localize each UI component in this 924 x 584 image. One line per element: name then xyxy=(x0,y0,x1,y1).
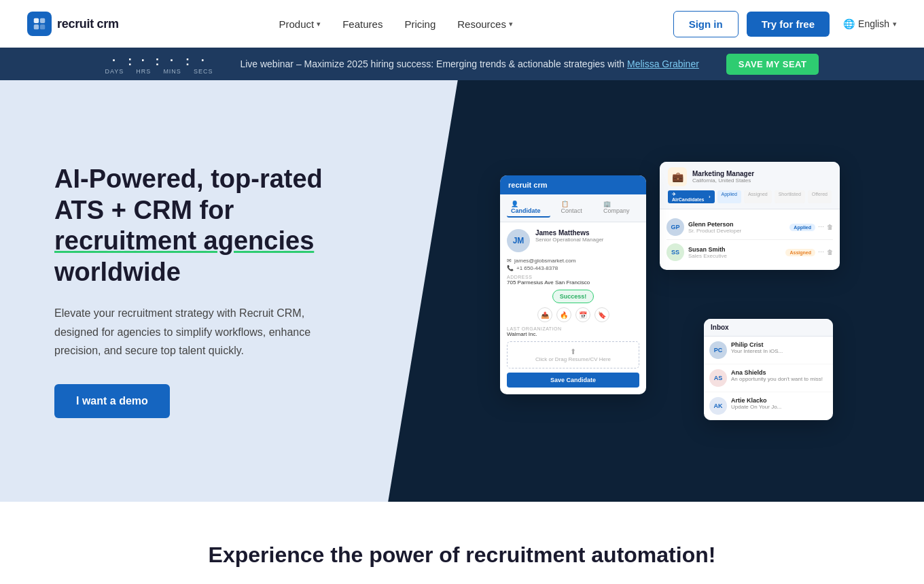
hero-title: AI-Powered, top-rated ATS + CRM for recr… xyxy=(54,164,389,288)
nav-product[interactable]: Product ▾ xyxy=(279,18,321,30)
mock-address: 705 Parmesius Ave San Francisco xyxy=(507,279,639,286)
demo-button[interactable]: I want a demo xyxy=(54,384,170,418)
countdown-days: · DAYS xyxy=(105,54,124,75)
inbox-avatar-2: AS xyxy=(709,369,727,387)
pipeline-row-2: SS Susan Smith Sales Executive Assigned … xyxy=(667,240,833,264)
inbox-sender-3: Artie Klacko xyxy=(731,397,781,404)
chevron-down-icon: ▾ xyxy=(317,20,321,29)
mock-tab-contact[interactable]: 📋 Contact xyxy=(557,199,592,218)
mock-icon-upload[interactable]: 📤 xyxy=(537,307,552,322)
inbox-sender-1: Philip Crist xyxy=(731,341,783,348)
logo-text: recruit crm xyxy=(57,17,119,31)
pipeline-stage-badge: ✈ AirCandidates › xyxy=(668,190,715,203)
inbox-preview-1: Your Interest In iOS... xyxy=(731,348,783,355)
pipeline-row-1: GP Glenn Peterson Sr. Product Developer … xyxy=(667,215,833,240)
mock-app-header: recruit crm xyxy=(500,175,646,194)
hero-left: AI-Powered, top-rated ATS + CRM for recr… xyxy=(0,80,416,502)
inbox-preview-2: An opportunity you don't want to miss! xyxy=(731,376,823,383)
bottom-section: Experience the power of recruitment auto… xyxy=(0,502,924,584)
navbar: recruit crm Product ▾ Features Pricing R… xyxy=(0,0,924,48)
inbox-row-1[interactable]: PC Philip Crist Your Interest In iOS... xyxy=(704,337,833,364)
svg-rect-0 xyxy=(34,18,39,23)
nav-menu: Product ▾ Features Pricing Resources ▾ xyxy=(279,18,512,30)
pipeline-card-mockup: 💼 Marketing Manager California, United S… xyxy=(660,162,840,270)
pipeline-location: California, United States xyxy=(692,177,754,184)
countdown-timer: · DAYS : · HRS : · MINS : · SECS xyxy=(105,54,213,75)
inbox-header: Inbox xyxy=(704,319,833,337)
nav-features[interactable]: Features xyxy=(342,18,383,30)
nav-pricing[interactable]: Pricing xyxy=(404,18,436,30)
chevron-down-icon: ▾ xyxy=(509,20,513,29)
pipeline-name-1: Glenn Peterson xyxy=(688,221,741,228)
pipeline-job-title: Marketing Manager xyxy=(692,170,754,177)
speaker-link[interactable]: Melissa Grabiner xyxy=(627,58,699,69)
pipeline-stage-applied: Applied xyxy=(717,190,741,203)
mock-org-label: LAST ORGANIZATION xyxy=(507,326,639,331)
hero-title-highlight: recruitment agencies xyxy=(54,226,314,255)
mock-candidate-info: JM James Matthews Senior Operational Man… xyxy=(507,229,639,252)
mock-email: ✉ james@globsmarket.com xyxy=(507,258,639,264)
svg-rect-2 xyxy=(34,24,39,29)
pipeline-candidates: GP Glenn Peterson Sr. Product Developer … xyxy=(660,209,840,270)
mock-candidate-role: Senior Operational Manager xyxy=(535,237,604,243)
inbox-preview-3: Update On Your Jo... xyxy=(731,404,781,411)
pipeline-role-2: Sales Executive xyxy=(688,253,727,259)
svg-rect-3 xyxy=(40,24,45,29)
pipeline-stage-assigned: Assigned xyxy=(744,190,772,203)
inbox-row-3[interactable]: AK Artie Klacko Update On Your Jo... xyxy=(704,392,833,420)
hero-section: AI-Powered, top-rated ATS + CRM for recr… xyxy=(0,80,924,502)
mock-candidate-avatar: JM xyxy=(507,229,530,252)
mock-save-btn[interactable]: Save Candidate xyxy=(507,373,639,388)
mock-candidate-body: JM James Matthews Senior Operational Man… xyxy=(500,222,646,394)
chevron-down-icon: ▾ xyxy=(893,20,897,29)
pipeline-name-2: Susan Smith xyxy=(688,246,727,253)
webinar-banner: · DAYS : · HRS : · MINS : · SECS Live we… xyxy=(0,48,924,80)
hero-description: Elevate your recruitment strategy with R… xyxy=(54,304,340,360)
countdown-mins: · MINS xyxy=(163,54,181,75)
inbox-row-2[interactable]: AS Ana Shields An opportunity you don't … xyxy=(704,364,833,392)
pipeline-stage-shortlisted: Shortlisted xyxy=(775,190,805,203)
mock-icon-calendar[interactable]: 📅 xyxy=(575,307,590,322)
job-icon: 💼 xyxy=(668,167,687,186)
countdown-hrs: · HRS xyxy=(136,54,151,75)
mock-candidate-name: James Matthews xyxy=(535,229,604,237)
inbox-avatar-1: PC xyxy=(709,341,727,359)
pipeline-avatar-1: GP xyxy=(667,218,684,236)
logo-icon xyxy=(27,12,52,36)
mock-drop-zone[interactable]: ⬆ Click or Drag Resume/CV Here xyxy=(507,341,639,368)
mock-action-icons: 📤 🔥 📅 🔖 xyxy=(507,307,639,322)
nav-resources[interactable]: Resources ▾ xyxy=(457,18,513,30)
inbox-sender-2: Ana Shields xyxy=(731,369,823,376)
mock-success-badge: Success! xyxy=(552,290,594,303)
job-card-top: 💼 Marketing Manager California, United S… xyxy=(660,162,840,209)
countdown-secs: · SECS xyxy=(194,54,213,75)
inbox-avatar-3: AK xyxy=(709,397,727,415)
signin-button[interactable]: Sign in xyxy=(673,11,739,37)
pipeline-avatar-2: SS xyxy=(667,243,684,261)
language-selector[interactable]: 🌐 English ▾ xyxy=(843,18,897,29)
mock-tabs: 👤 Candidate 📋 Contact 🏢 Company xyxy=(500,194,646,222)
mock-tab-company[interactable]: 🏢 Company xyxy=(599,199,639,218)
mock-address-label: ADDRESS xyxy=(507,275,639,279)
globe-icon: 🌐 xyxy=(843,18,855,29)
hero-visuals: recruit crm 👤 Candidate 📋 Contact 🏢 Comp… xyxy=(416,80,924,502)
try-free-button[interactable]: Try for free xyxy=(747,12,830,37)
save-seat-button[interactable]: SAVE MY SEAT xyxy=(726,54,819,75)
bottom-title: Experience the power of recruitment auto… xyxy=(27,543,897,568)
svg-rect-1 xyxy=(40,18,45,23)
logo[interactable]: recruit crm xyxy=(27,12,119,36)
mock-tab-candidate[interactable]: 👤 Candidate xyxy=(507,199,550,218)
pipeline-role-1: Sr. Product Developer xyxy=(688,228,741,234)
inbox-card-mockup: Inbox PC Philip Crist Your Interest In i… xyxy=(704,319,833,420)
webinar-message: Live webinar – Maximize 2025 hiring succ… xyxy=(240,58,698,69)
pipeline-stage-offered: Offered xyxy=(808,190,832,203)
mock-icon-bookmark[interactable]: 🔖 xyxy=(594,307,609,322)
mock-org: Walmart Inc. xyxy=(507,331,639,337)
pipeline-status-2: Assigned xyxy=(785,249,815,256)
nav-actions: Sign in Try for free 🌐 English ▾ xyxy=(673,11,897,37)
mock-phone: 📞 +1 650-443-8378 xyxy=(507,265,639,271)
candidate-card-mockup: recruit crm 👤 Candidate 📋 Contact 🏢 Comp… xyxy=(500,175,646,394)
pipeline-status-1: Applied xyxy=(789,224,815,231)
mock-icon-fire[interactable]: 🔥 xyxy=(556,307,571,322)
